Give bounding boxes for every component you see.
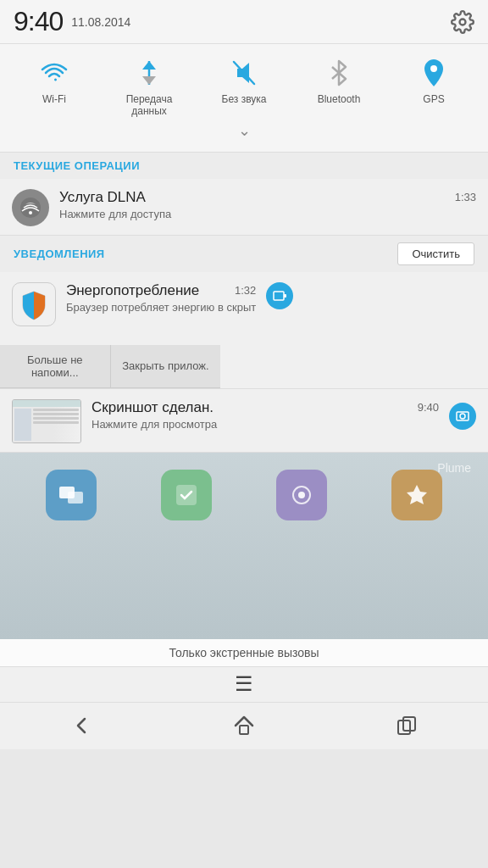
- dlna-body: Нажмите для доступа: [59, 208, 476, 220]
- screenshot-body: Нажмите для просмотра: [92, 418, 439, 431]
- home-icon-2[interactable]: [161, 470, 212, 520]
- notifications-title: УВЕДОМЛЕНИЯ: [14, 248, 105, 260]
- svg-point-5: [430, 65, 437, 72]
- svg-rect-19: [240, 726, 248, 734]
- energy-inner: Энергопотребление 1:32 Браузер потребляе…: [0, 272, 305, 335]
- dlna-title: Услуга DLNA: [59, 189, 146, 206]
- toggle-data[interactable]: Передача данных: [111, 54, 187, 118]
- svg-point-13: [460, 414, 465, 419]
- quick-toggles: Wi-Fi Передача данных Без звука: [0, 44, 488, 153]
- toggle-bluetooth-label: Bluetooth: [318, 93, 361, 105]
- clear-button[interactable]: Очистить: [397, 242, 474, 265]
- svg-point-0: [460, 19, 466, 25]
- current-ops-header: ТЕКУЩИЕ ОПЕРАЦИИ: [0, 153, 488, 179]
- energy-body: Браузер потребляет энергию в скрыт: [66, 301, 256, 314]
- thumb-content: [33, 409, 79, 441]
- home-icons-row: [0, 453, 488, 520]
- home-icon-3[interactable]: [276, 470, 327, 520]
- home-button[interactable]: [163, 703, 325, 749]
- energy-title: Энергопотребление: [66, 282, 199, 299]
- dlna-top-row: Услуга DLNA 1:33: [59, 189, 476, 206]
- shield-icon: [12, 282, 56, 326]
- energy-time: 1:32: [235, 284, 256, 297]
- wifi-icon: [36, 54, 73, 92]
- status-bar: 9:40 11.08.2014: [0, 0, 488, 44]
- screenshot-badge: [449, 403, 476, 430]
- svg-rect-16: [176, 485, 197, 505]
- svg-rect-8: [274, 292, 284, 300]
- status-time: 9:40: [14, 6, 63, 37]
- expand-row: ⌄: [0, 118, 488, 145]
- dlna-icon: [12, 189, 49, 226]
- svg-point-18: [298, 492, 305, 498]
- screenshot-content: Скриншот сделан. 9:40 Нажмите для просмо…: [92, 399, 439, 431]
- energy-top-row: Энергопотребление 1:32: [66, 282, 256, 299]
- home-icon-1[interactable]: [46, 470, 97, 520]
- hamburger-icon[interactable]: ☰: [235, 672, 253, 696]
- toggle-bluetooth[interactable]: Bluetooth: [301, 54, 377, 105]
- toggle-data-label: Передача данных: [111, 93, 187, 118]
- nav-bar: [0, 702, 488, 749]
- toggle-row: Wi-Fi Передача данных Без звука: [0, 54, 488, 118]
- energy-badge: [266, 282, 293, 309]
- bluetooth-icon: [320, 54, 358, 92]
- svg-line-2: [234, 62, 254, 84]
- home-screen: Plume: [0, 453, 488, 639]
- thumb-header: [13, 400, 80, 407]
- dlna-content: Услуга DLNA 1:33 Нажмите для доступа: [59, 189, 476, 220]
- close-app-button[interactable]: Закрыть прилож.: [111, 345, 221, 387]
- screenshot-time: 9:40: [418, 401, 439, 414]
- dlna-notification[interactable]: Услуга DLNA 1:33 Нажмите для доступа: [0, 179, 488, 236]
- toggle-sound-label: Без звука: [222, 93, 267, 105]
- recent-apps-button[interactable]: [325, 703, 488, 749]
- emergency-text: Только экстренные вызовы: [169, 646, 319, 659]
- svg-rect-9: [284, 294, 286, 298]
- status-date: 11.08.2014: [71, 15, 130, 29]
- dont-remind-button[interactable]: Больше не напоми...: [0, 345, 111, 387]
- chevron-down-icon[interactable]: ⌄: [238, 121, 251, 140]
- screenshot-notification[interactable]: Скриншот сделан. 9:40 Нажмите для просмо…: [0, 389, 488, 453]
- bottom-menu-bar: ☰: [0, 666, 488, 702]
- svg-rect-15: [68, 492, 83, 504]
- energy-notification[interactable]: Энергопотребление 1:32 Браузер потребляе…: [0, 272, 488, 389]
- toggle-gps-label: GPS: [423, 93, 444, 105]
- energy-content: Энергопотребление 1:32 Браузер потребляе…: [66, 282, 256, 314]
- data-icon: [130, 54, 168, 92]
- notifications-header: УВЕДОМЛЕНИЯ Очистить: [0, 236, 488, 272]
- thumb-line: [33, 421, 79, 424]
- thumb-line: [33, 409, 79, 411]
- toggle-wifi[interactable]: Wi-Fi: [16, 54, 92, 105]
- back-button[interactable]: [0, 703, 163, 749]
- thumb-sidebar: [14, 409, 31, 441]
- dlna-time: 1:33: [455, 191, 476, 203]
- current-ops-title: ТЕКУЩИЕ ОПЕРАЦИИ: [14, 159, 140, 172]
- toggle-gps[interactable]: GPS: [396, 54, 472, 105]
- screenshot-top-row: Скриншот сделан. 9:40: [92, 399, 439, 416]
- settings-icon[interactable]: [451, 10, 474, 34]
- thumb-line: [33, 413, 79, 415]
- thumb-body: [13, 407, 80, 442]
- toggle-sound[interactable]: Без звука: [206, 54, 282, 105]
- home-icon-4[interactable]: [391, 470, 442, 520]
- energy-actions: Больше не напоми... Закрыть прилож.: [0, 345, 220, 388]
- thumb-line: [33, 417, 79, 420]
- screenshot-thumbnail: [12, 399, 81, 443]
- toggle-wifi-label: Wi-Fi: [42, 93, 66, 105]
- emergency-bar: Только экстренные вызовы: [0, 639, 488, 666]
- mute-icon: [225, 54, 263, 92]
- screenshot-title: Скриншот сделан.: [92, 399, 214, 416]
- svg-point-7: [29, 211, 32, 214]
- gps-icon: [415, 54, 452, 92]
- plume-label: Plume: [437, 461, 471, 475]
